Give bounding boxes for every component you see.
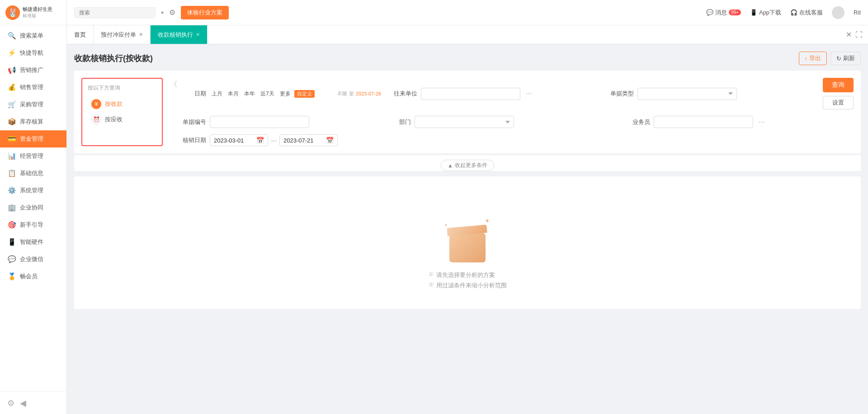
sidebar-item-inventory[interactable]: 📦 库存核算 (0, 113, 66, 130)
sidebar-nav: 🔍 搜索菜单 ⚡ 快捷导航 📢 营销推广 💰 销售管理 🛒 采购管理 📦 库存核… (0, 25, 66, 391)
message-label: 消息 (715, 9, 727, 17)
verify-date-range: 📅 — 📅 (210, 134, 338, 146)
page-content: 收款核销执行(按收款) ↑ 导出 ↻ 刷新 按以下方查询 ¥ 按收款 (67, 44, 868, 414)
collapse-btn[interactable]: ◀ (20, 398, 26, 408)
topbar-dropdown-icon[interactable]: ▾ (161, 10, 164, 16)
calendar-to-icon[interactable]: 📅 (326, 137, 334, 144)
settings-icon[interactable]: ⚙ (7, 398, 14, 408)
doc-no-input[interactable] (210, 116, 309, 128)
logo-subtitle: 标准版 (23, 13, 52, 19)
sidebar-item-basic-info[interactable]: 📋 基础信息 (0, 165, 66, 182)
staff-input[interactable] (654, 116, 753, 128)
date-custom-badge[interactable]: 自定义 (294, 90, 315, 98)
sidebar-item-member[interactable]: 🏅 畅会员 (0, 268, 66, 285)
verify-date-from-wrap: 📅 (210, 134, 268, 146)
message-btn[interactable]: 💬 消息 99+ (706, 9, 741, 17)
date-this-month[interactable]: 本月 (226, 89, 241, 99)
sidebar-item-wechat[interactable]: 💬 企业微信 (0, 251, 66, 268)
verify-date-to-input[interactable] (283, 137, 324, 144)
finance-label: 资金管理 (20, 135, 43, 143)
filter-row-2: 单据编号 部门 业务员 ··· (183, 116, 854, 128)
verify-date-to-wrap: 📅 (279, 134, 338, 146)
search-menu-label: 搜索菜单 (20, 32, 43, 40)
date-more[interactable]: 更多 (278, 89, 292, 99)
purchase-icon: 🛒 (7, 100, 16, 109)
query-button[interactable]: 查询 (823, 78, 854, 92)
sidebar-item-system[interactable]: ⚙️ 系统管理 (0, 182, 66, 199)
counterparty-more-btn[interactable]: ··· (524, 90, 533, 98)
solution-button[interactable]: 体验行业方案 (181, 6, 229, 19)
quick-nav-label: 快捷导航 (20, 49, 43, 57)
tab-prepay-close[interactable]: ✕ (139, 32, 143, 38)
logo-area: 🐰 畅捷通好生意 标准版 (0, 0, 66, 25)
filter-option-by-receipt[interactable]: ¥ 按收款 (88, 96, 156, 112)
operations-label: 经营管理 (20, 152, 43, 160)
member-label: 畅会员 (20, 272, 38, 281)
tab-close-all-btn[interactable]: ✕ (846, 30, 852, 39)
sparkle-icon: ✦ (485, 217, 490, 224)
calendar-from-icon[interactable]: 📅 (256, 137, 264, 144)
tab-collection[interactable]: 收款核销执行 ✕ (151, 25, 208, 44)
dept-select[interactable] (415, 116, 514, 128)
inventory-icon: 📦 (7, 118, 16, 126)
sidebar-item-purchase[interactable]: 🛒 采购管理 (0, 96, 66, 113)
purchase-label: 采购管理 (20, 100, 43, 109)
sidebar-item-search-menu[interactable]: 🔍 搜索菜单 (0, 27, 66, 44)
export-button[interactable]: ↑ 导出 (799, 52, 827, 65)
staff-more-btn[interactable]: ··· (757, 118, 766, 126)
filter-field-counterparty: 往来单位 ··· (390, 88, 597, 100)
counterparty-label: 往来单位 (390, 90, 417, 98)
sidebar-item-cooperation[interactable]: 🏢 企业协同 (0, 199, 66, 216)
wechat-icon: 💬 (7, 255, 16, 263)
tab-home[interactable]: 首页 (67, 25, 94, 44)
headset-icon: 🎧 (790, 9, 797, 16)
topbar-gear-icon[interactable]: ⚙ (169, 8, 175, 17)
online-service-btn[interactable]: 🎧 在线客服 (790, 9, 823, 17)
sidebar-item-sales[interactable]: 💰 销售管理 (0, 79, 66, 96)
sidebar-item-marketing[interactable]: 📢 营销推广 (0, 62, 66, 79)
sidebar-item-hardware[interactable]: 📱 智能硬件 (0, 233, 66, 251)
date-nolimit-area: 不限 至 2023-07-26 (337, 90, 381, 97)
search-input[interactable] (74, 7, 156, 18)
refresh-icon: ↻ (836, 55, 841, 62)
sidebar-item-operations[interactable]: 📊 经营管理 (0, 148, 66, 165)
member-icon: 🏅 (7, 272, 16, 281)
date-7days[interactable]: 近7天 (259, 89, 276, 99)
empty-state: ✦ ✦ ① 请先选择要分析的方案 ② 用过滤条件来缩小分析范围 (74, 176, 861, 309)
counterparty-input[interactable] (421, 88, 520, 100)
sidebar-footer: ⚙ ◀ (0, 391, 66, 414)
verify-date-label: 核销日期 (183, 136, 206, 144)
filter-left-title: 按以下方查询 (88, 84, 156, 92)
sidebar-item-guide[interactable]: 🎯 新手引导 (0, 216, 66, 233)
setting-button[interactable]: 设置 (823, 96, 854, 109)
sidebar-item-finance[interactable]: 💳 资金管理 (0, 130, 66, 148)
filter-option-by-receivable[interactable]: ⏰ 按应收 (88, 112, 156, 127)
filter-field-date: 日期 上月 本月 本年 近7天 更多 自定义 (183, 89, 355, 99)
cooperation-icon: 🏢 (7, 204, 16, 212)
phone-icon: 📱 (750, 9, 757, 16)
operations-icon: 📊 (7, 152, 16, 160)
filter-collapse-toggle[interactable]: 《 (170, 78, 179, 146)
tab-prepay[interactable]: 预付冲应付单 ✕ (94, 25, 151, 44)
tab-bar: 首页 预付冲应付单 ✕ 收款核销执行 ✕ ✕ ⛶ (67, 25, 868, 44)
date-last-month[interactable]: 上月 (210, 89, 224, 99)
app-download-btn[interactable]: 📱 App下载 (750, 9, 781, 17)
basic-info-icon: 📋 (7, 169, 16, 177)
refresh-button[interactable]: ↻ 刷新 (830, 52, 861, 65)
tab-collection-close[interactable]: ✕ (196, 32, 200, 38)
topbar: ▾ ⚙ 体验行业方案 💬 消息 99+ 📱 App下载 🎧 在线客服 Rit (67, 0, 868, 25)
empty-tip-1-label: 请先选择要分析的方案 (436, 270, 495, 280)
filter-left-panel: 按以下方查询 ¥ 按收款 ⏰ 按应收 (81, 78, 163, 146)
tab-expand-btn[interactable]: ⛶ (855, 31, 863, 39)
user-avatar[interactable] (832, 6, 844, 19)
filter-field-dept: 部门 (384, 116, 614, 128)
verify-date-from-input[interactable] (214, 137, 255, 144)
dept-label: 部门 (384, 118, 411, 126)
page-title-bar: 收款核销执行(按收款) ↑ 导出 ↻ 刷新 (74, 52, 861, 65)
page-actions: ↑ 导出 ↻ 刷新 (799, 52, 861, 65)
collapse-more-btn[interactable]: ▲ 收起更多条件 (441, 160, 494, 171)
doc-type-select[interactable] (637, 88, 737, 100)
sidebar-item-quick-nav[interactable]: ⚡ 快捷导航 (0, 44, 66, 62)
date-this-year[interactable]: 本年 (242, 89, 257, 99)
collapse-label: 收起更多条件 (455, 162, 487, 169)
